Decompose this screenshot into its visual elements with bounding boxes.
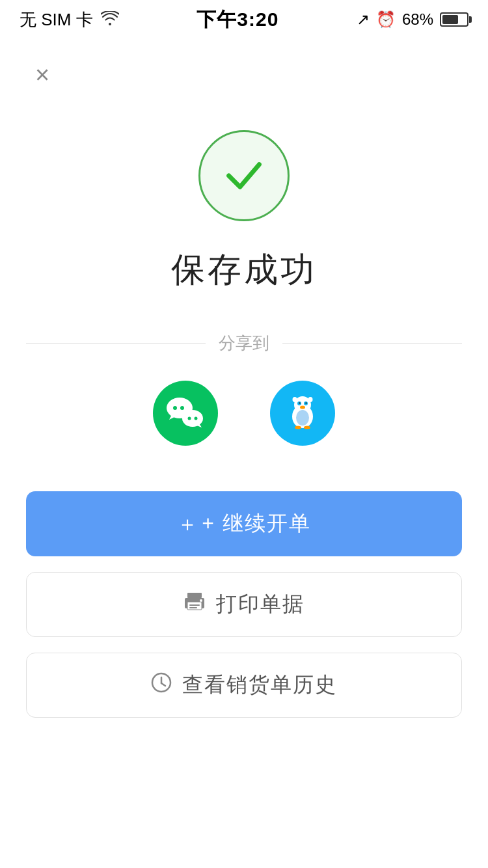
svg-point-13: [305, 402, 306, 403]
battery-percent: 68%: [402, 10, 433, 29]
svg-point-25: [200, 599, 202, 602]
svg-point-14: [300, 406, 305, 409]
no-sim-text: 无 SIM 卡: [20, 8, 93, 31]
svg-point-16: [295, 426, 301, 429]
success-title: 保存成功: [171, 247, 317, 293]
status-bar: 无 SIM 卡 下午3:20 ↗ ⏰ 68%: [0, 0, 488, 39]
print-button[interactable]: 打印单据: [26, 572, 462, 637]
svg-rect-23: [189, 604, 200, 606]
print-label: 打印单据: [216, 590, 305, 619]
close-icon: ×: [35, 62, 49, 87]
clock-icon: [151, 672, 172, 698]
share-section: 分享到: [26, 332, 462, 446]
main-content: × 保存成功 分享到: [0, 59, 488, 718]
plus-icon: ＋: [177, 513, 198, 534]
svg-point-12: [299, 402, 300, 403]
status-left: 无 SIM 卡: [20, 8, 119, 31]
actions-section: ＋ + 继续开单 打印单据: [26, 491, 462, 718]
share-line-left: [26, 343, 206, 344]
share-line-right: [282, 343, 462, 344]
svg-line-28: [161, 683, 165, 686]
wifi-icon: [101, 10, 119, 30]
wechat-share-button[interactable]: [153, 381, 218, 446]
svg-point-18: [293, 397, 297, 402]
alarm-icon: ⏰: [376, 10, 396, 29]
printer-icon: [183, 593, 206, 617]
svg-point-6: [195, 417, 198, 420]
qq-share-button[interactable]: [270, 381, 335, 446]
continue-button[interactable]: ＋ + 继续开单: [26, 491, 462, 556]
history-button[interactable]: 查看销货单历史: [26, 653, 462, 718]
close-button[interactable]: ×: [26, 59, 59, 91]
svg-point-2: [180, 406, 184, 410]
battery-icon: [440, 12, 468, 27]
svg-point-15: [296, 410, 309, 426]
svg-point-19: [308, 397, 313, 402]
share-label: 分享到: [219, 332, 269, 355]
share-divider: 分享到: [26, 332, 462, 355]
svg-rect-20: [187, 593, 202, 598]
continue-label: + 继续开单: [202, 509, 311, 538]
svg-point-4: [182, 410, 203, 427]
svg-point-1: [173, 406, 177, 410]
status-time: 下午3:20: [197, 7, 278, 33]
svg-rect-24: [189, 607, 197, 608]
svg-point-5: [188, 417, 191, 420]
success-section: 保存成功: [26, 130, 462, 293]
share-icons: [153, 381, 335, 446]
history-label: 查看销货单历史: [182, 671, 337, 699]
status-right: ↗ ⏰ 68%: [357, 10, 468, 29]
location-icon: ↗: [357, 10, 370, 29]
success-circle: [198, 130, 290, 221]
svg-point-17: [304, 426, 310, 429]
